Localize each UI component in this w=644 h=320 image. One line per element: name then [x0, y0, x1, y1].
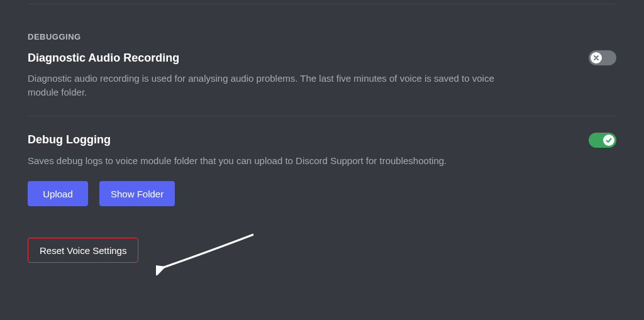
debug-log-buttons: Upload Show Folder: [28, 181, 616, 206]
setting-diagnostic-audio: Diagnostic Audio Recording: [28, 50, 616, 65]
upload-button[interactable]: Upload: [28, 181, 88, 206]
show-folder-button[interactable]: Show Folder: [99, 181, 175, 206]
reset-voice-settings-button[interactable]: Reset Voice Settings: [28, 238, 138, 263]
check-icon: [603, 135, 614, 146]
section-header-debugging: DEBUGGING: [28, 32, 616, 41]
annotation-arrow-icon: [156, 231, 257, 275]
setting-debug-logging: Debug Logging: [28, 133, 616, 148]
toggle-debug-logging[interactable]: [589, 133, 616, 148]
setting-description: Diagnostic audio recording is used for a…: [28, 72, 518, 99]
toggle-diagnostic-audio[interactable]: [589, 50, 616, 65]
divider: [28, 4, 616, 4]
divider: [28, 116, 616, 116]
setting-description: Saves debug logs to voice module folder …: [28, 154, 518, 168]
x-icon: [591, 52, 602, 63]
setting-title: Diagnostic Audio Recording: [28, 52, 179, 65]
setting-title: Debug Logging: [28, 133, 111, 146]
